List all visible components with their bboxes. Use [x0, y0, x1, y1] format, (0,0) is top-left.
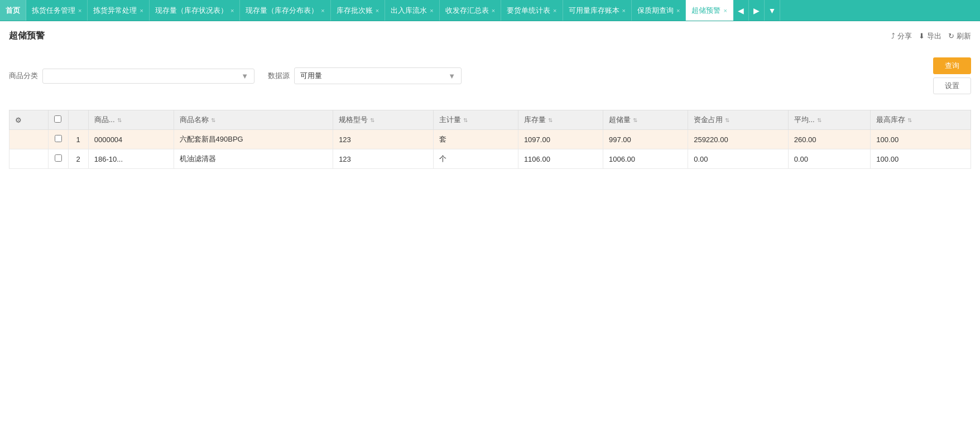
nav-tab-order-stats-close[interactable]: ×	[553, 7, 556, 14]
nav-arrow-right[interactable]: ▶	[749, 0, 765, 21]
nav-tab-batch-account[interactable]: 库存批次账 ×	[331, 0, 385, 21]
th-capital-use[interactable]: 资金占用 ⇅	[688, 110, 789, 130]
export-label: 导出	[927, 31, 941, 41]
row-product-code: 186-10...	[88, 149, 174, 169]
th-overstock-label: 超储量	[609, 115, 631, 125]
nav-tab-available-account-label: 可用量库存账本	[569, 6, 619, 16]
row-spec: 123	[333, 149, 434, 169]
th-product-name[interactable]: 商品名称 ⇅	[174, 110, 333, 130]
nav-tab-abnormal-label: 拣货异常处理	[93, 6, 137, 16]
row-unit: 个	[433, 149, 518, 169]
page-header: 超储预警 ⤴ 分享 ⬇ 导出 ↻ 刷新	[9, 30, 971, 42]
nav-tab-batch-account-close[interactable]: ×	[376, 7, 379, 14]
th-stock[interactable]: 库存量 ⇅	[518, 110, 603, 130]
th-overstock[interactable]: 超储量 ⇅	[603, 110, 688, 130]
th-seq	[68, 110, 88, 130]
nav-tab-inventory-dist[interactable]: 现存量（库存分布表） ×	[240, 0, 330, 21]
datasource-label: 数据源	[268, 71, 290, 81]
nav-tab-order-stats-label: 要货单统计表	[507, 6, 550, 16]
data-table: ⚙ 商品... ⇅ 商品名称	[9, 110, 971, 169]
nav-tab-inventory-status-label: 现存量（库存状况表）	[155, 6, 228, 16]
row-max-stock: 100.00	[871, 130, 971, 149]
row-stock: 1106.00	[518, 149, 603, 169]
table-row: 1 0000004 六配套新昌490BPG 123 套 1097.00 997.…	[9, 130, 971, 149]
nav-tab-collect-summary[interactable]: 收发存汇总表 ×	[440, 0, 501, 21]
th-product-code[interactable]: 商品... ⇅	[88, 110, 174, 130]
select-all-checkbox[interactable]	[54, 115, 61, 123]
export-action[interactable]: ⬇ 导出	[919, 31, 941, 41]
row-checkbox-cell[interactable]	[48, 149, 68, 169]
th-max-stock[interactable]: 最高库存 ⇅	[871, 110, 971, 130]
sort-icon-stock: ⇅	[548, 117, 553, 123]
nav-tab-in-out-flow-close[interactable]: ×	[430, 7, 433, 14]
table-row: 2 186-10... 机油滤清器 123 个 1106.00 1006.00 …	[9, 149, 971, 169]
row-capital-use: 259220.00	[688, 130, 789, 149]
th-unit-label: 主计量	[439, 115, 461, 125]
sort-icon-capital-use: ⇅	[725, 117, 729, 123]
sort-icon-max-stock: ⇅	[907, 117, 912, 123]
nav-tab-inventory-dist-label: 现存量（库存分布表）	[246, 6, 318, 16]
table-header-row: ⚙ 商品... ⇅ 商品名称	[9, 110, 971, 130]
nav-tab-task-mgmt[interactable]: 拣货任务管理 ×	[26, 0, 88, 21]
row-seq: 1	[68, 130, 88, 149]
nav-tab-quality-check-close[interactable]: ×	[676, 7, 680, 14]
nav-tab-collect-summary-label: 收发存汇总表	[445, 6, 489, 16]
th-unit[interactable]: 主计量 ⇅	[433, 110, 518, 130]
nav-arrow-left[interactable]: ◀	[733, 0, 749, 21]
nav-tab-quality-check[interactable]: 保质期查询 ×	[632, 0, 686, 21]
share-action[interactable]: ⤴ 分享	[891, 31, 912, 41]
nav-tab-available-account-close[interactable]: ×	[622, 7, 626, 14]
th-spec-label: 规格型号	[339, 115, 368, 125]
th-avg[interactable]: 平均... ⇅	[788, 110, 871, 130]
sort-icon-product-name: ⇅	[211, 117, 215, 123]
row-max-stock: 100.00	[871, 149, 971, 169]
datasource-select[interactable]: 可用量 ▼	[294, 67, 462, 84]
nav-tab-order-stats[interactable]: 要货单统计表 ×	[501, 0, 563, 21]
row-capital-use: 0.00	[688, 149, 789, 169]
nav-tab-task-mgmt-label: 拣货任务管理	[32, 6, 75, 16]
nav-tab-task-mgmt-close[interactable]: ×	[78, 7, 81, 14]
nav-arrow-more[interactable]: ▼	[765, 0, 780, 21]
page-title: 超储预警	[9, 30, 45, 42]
share-label: 分享	[897, 31, 912, 41]
datasource-select-value: 可用量	[300, 71, 322, 81]
th-avg-label: 平均...	[794, 115, 815, 125]
nav-tab-in-out-flow[interactable]: 出入库流水 ×	[385, 0, 439, 21]
row-stock: 1097.00	[518, 130, 603, 149]
top-navigation: 首页 拣货任务管理 × 拣货异常处理 × 现存量（库存状况表） × 现存量（库存…	[0, 0, 980, 21]
refresh-action[interactable]: ↻ 刷新	[948, 31, 971, 41]
nav-tab-in-out-flow-label: 出入库流水	[391, 6, 427, 16]
th-product-code-label: 商品...	[94, 115, 115, 125]
sort-icon-unit: ⇅	[463, 117, 468, 123]
row-checkbox-cell[interactable]	[48, 130, 68, 149]
th-spec[interactable]: 规格型号 ⇅	[333, 110, 434, 130]
nav-tab-available-account[interactable]: 可用量库存账本 ×	[563, 0, 632, 21]
nav-tab-abnormal[interactable]: 拣货异常处理 ×	[88, 0, 149, 21]
table-container: ⚙ 商品... ⇅ 商品名称	[9, 110, 971, 169]
row-checkbox-1[interactable]	[55, 154, 62, 162]
th-max-stock-label: 最高库存	[876, 115, 905, 125]
category-select[interactable]: ▼	[42, 69, 254, 84]
row-unit: 套	[433, 130, 518, 149]
category-label: 商品分类	[9, 71, 38, 81]
nav-tab-inventory-status[interactable]: 现存量（库存状况表） ×	[150, 0, 240, 21]
th-stock-label: 库存量	[524, 115, 546, 125]
th-product-name-label: 商品名称	[180, 115, 209, 125]
row-avg: 0.00	[788, 149, 871, 169]
nav-tab-quality-check-label: 保质期查询	[637, 6, 674, 16]
nav-tab-inventory-status-close[interactable]: ×	[230, 7, 234, 14]
nav-tab-overstock-alert-close[interactable]: ×	[723, 7, 727, 14]
refresh-label: 刷新	[957, 31, 971, 41]
query-button[interactable]: 查询	[933, 57, 971, 74]
nav-tab-overstock-alert[interactable]: 超储预警 ×	[686, 0, 733, 21]
nav-tab-collect-summary-close[interactable]: ×	[492, 7, 495, 14]
th-settings[interactable]: ⚙	[9, 110, 49, 130]
row-settings-cell	[9, 149, 49, 169]
nav-tab-inventory-dist-close[interactable]: ×	[321, 7, 324, 14]
row-checkbox-0[interactable]	[55, 135, 62, 142]
nav-tab-abnormal-close[interactable]: ×	[140, 7, 143, 14]
nav-tab-home-label: 首页	[6, 6, 20, 16]
datasource-filter: 数据源 可用量 ▼	[268, 67, 462, 84]
nav-tab-home[interactable]: 首页	[0, 0, 26, 21]
settings-button[interactable]: 设置	[933, 77, 971, 94]
